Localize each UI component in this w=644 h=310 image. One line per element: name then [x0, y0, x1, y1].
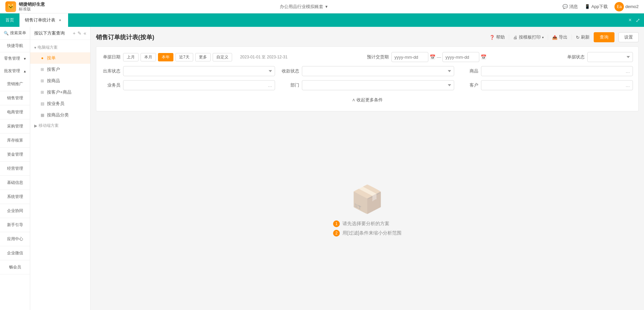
avatar: Ea: [614, 2, 624, 11]
sidebar-member[interactable]: 畅会员: [0, 260, 30, 274]
expected-date-group: 预计交货期 📅 — 📅: [367, 52, 486, 62]
goods-group: 商品 …: [460, 66, 633, 76]
calendar-end-icon[interactable]: 📅: [481, 54, 486, 60]
right-content: 销售订单统计表(按单) ❓ 帮助 🖨 按模板打印 ▾ 📤: [91, 27, 644, 310]
sidebar-corp-label: 企业协同: [7, 208, 23, 214]
search-icon: 🔍: [4, 31, 9, 36]
page-title: 销售订单统计表(按单): [96, 33, 154, 41]
phone-icon: 📱: [585, 4, 590, 9]
mobile-group-label[interactable]: ▶ 移动端方案: [30, 121, 90, 131]
scheme-label-by-salesman: 按业务员: [47, 101, 64, 107]
edit-scheme-btn[interactable]: ✎: [77, 31, 82, 36]
topbar: 🐱 销捷销好生意 标准版 办公用品行业模拟账套 ▾ 💬 消息 📱 App下载 E…: [0, 0, 644, 13]
filter-row-1: 单据日期 上月 本月 本年 近7天 更多 自定义 2023-01-01 至 20…: [102, 52, 633, 62]
tab-home[interactable]: 首页: [0, 13, 19, 27]
print-label: 按模板打印: [519, 34, 541, 40]
tab-maximize-icon[interactable]: ⤢: [634, 16, 641, 25]
help-btn[interactable]: ❓ 帮助: [489, 34, 505, 40]
scheme-item-by-customer[interactable]: ⊞ 按客户: [30, 64, 90, 75]
tab-sales-order-stat[interactable]: 销售订单统计表 ×: [19, 13, 68, 27]
pay-status-label: 收款状态: [280, 68, 299, 74]
calendar-start-icon[interactable]: 📅: [430, 54, 435, 60]
sidebar-newbie[interactable]: 新手引导: [0, 218, 30, 232]
customer-input[interactable]: [484, 83, 626, 88]
sidebar-search[interactable]: 🔍 搜索菜单: [0, 27, 30, 40]
pay-status-select[interactable]: [302, 66, 454, 76]
export-btn[interactable]: 📤 导出: [552, 34, 568, 40]
scheme-item-by-customer-goods[interactable]: ⊞ 按客户+商品: [30, 87, 90, 98]
mobile-group-name: 移动端方案: [39, 123, 59, 128]
collapse-up-icon: ∧: [352, 97, 357, 102]
ship-status-select[interactable]: [123, 66, 275, 76]
sidebar-system[interactable]: 系统管理: [0, 190, 30, 204]
nav-selector[interactable]: 办公用品行业模拟账套 ▾: [280, 4, 328, 10]
salesman-more-icon[interactable]: …: [268, 83, 272, 88]
topbar-left: 🐱 销捷销好生意 标准版: [5, 1, 45, 12]
sidebar-inventory-label: 库存核算: [7, 138, 23, 143]
collapse-label: 收起更多条件: [357, 97, 383, 102]
date-tag-custom[interactable]: 自定义: [213, 53, 232, 61]
message-btn[interactable]: 💬 消息: [562, 4, 578, 10]
sidebar-newbie-label: 新手引导: [7, 222, 23, 228]
sidebar-retail[interactable]: 零售管理 ▾: [0, 52, 30, 65]
salesman-control: …: [123, 80, 275, 90]
scheme-list: ▾ 电脑端方案 ● 按单 ⊞ 按客户 ⊞ 按商品 ⊞ 按客户+商品: [30, 40, 90, 133]
collapse-panel-btn[interactable]: «: [84, 31, 86, 36]
sidebar-appstore[interactable]: 应用中心: [0, 232, 30, 246]
sidebar-wechat[interactable]: 企业微信: [0, 246, 30, 260]
add-scheme-btn[interactable]: +: [73, 31, 75, 36]
query-btn[interactable]: 查询: [594, 32, 614, 42]
sidebar-retail-header[interactable]: 零售管理 ▾: [0, 52, 30, 65]
expected-date-end[interactable]: [442, 52, 479, 62]
sidebar-wholesale[interactable]: 批发管理 ▴: [0, 65, 30, 77]
sidebar-sales[interactable]: 销售管理: [0, 91, 30, 105]
sidebar-purchase[interactable]: 采购管理: [0, 119, 30, 134]
sidebar-finance[interactable]: 资金管理: [0, 148, 30, 162]
sidebar-basic[interactable]: 基础信息: [0, 176, 30, 190]
sidebar-wholesale-header[interactable]: 批发管理 ▴: [0, 65, 30, 77]
pc-group-label[interactable]: ▾ 电脑端方案: [30, 43, 90, 52]
goods-input[interactable]: [484, 69, 626, 74]
scheme-item-by-salesman[interactable]: ▤ 按业务员: [30, 98, 90, 109]
sidebar-marketing[interactable]: 营销推广: [0, 77, 30, 91]
sidebar-quick-nav[interactable]: 快捷导航: [0, 40, 30, 52]
date-tag-7days[interactable]: 近7天: [175, 53, 193, 61]
app-download-btn[interactable]: 📱 App下载: [585, 4, 608, 10]
print-btn[interactable]: 🖨 按模板打印 ▾: [513, 34, 544, 40]
date-tag-this-month[interactable]: 本月: [141, 53, 156, 61]
date-tag-this-year[interactable]: 本年: [158, 53, 173, 61]
scheme-item-by-goods[interactable]: ⊞ 按商品: [30, 75, 90, 87]
sidebar-finance-label: 资金管理: [7, 152, 23, 157]
brand-sub: 标准版: [19, 7, 45, 11]
salesman-input[interactable]: [126, 83, 268, 88]
settings-btn[interactable]: 设置: [619, 32, 639, 42]
scheme-item-by-category[interactable]: ▦ 按商品分类: [30, 109, 90, 121]
sidebar-system-label: 系统管理: [7, 194, 23, 200]
sidebar-inventory[interactable]: 库存核算: [0, 134, 30, 148]
goods-more-icon[interactable]: …: [626, 69, 630, 74]
refresh-btn[interactable]: ↻ 刷新: [576, 34, 590, 40]
collapse-bar[interactable]: ∧ 收起更多条件: [102, 94, 633, 106]
user-info[interactable]: Ea demo2: [614, 2, 639, 11]
bill-status-group: 单据状态: [566, 52, 633, 62]
sidebar-ecom[interactable]: 电商管理: [0, 105, 30, 119]
date-tag-last-month[interactable]: 上月: [123, 53, 139, 61]
dept-label: 部门: [280, 82, 299, 88]
expected-date-start[interactable]: [391, 52, 428, 62]
date-tag-more[interactable]: 更多: [195, 53, 211, 61]
date-range-text: 2023-01-01 至 2023-12-31: [240, 54, 287, 60]
tip-num-2: 2: [333, 230, 340, 237]
sidebar-corp[interactable]: 企业协同: [0, 204, 30, 218]
tip-num-1: 1: [333, 220, 340, 227]
bill-status-select[interactable]: [587, 52, 633, 62]
tab-close-icon[interactable]: ×: [57, 17, 63, 23]
scheme-grid-icon-1: ⊞: [40, 67, 45, 72]
customer-more-icon[interactable]: …: [626, 83, 630, 88]
logo-icon: 🐱: [5, 1, 16, 12]
scheme-item-by-order[interactable]: ● 按单: [30, 52, 90, 64]
sidebar-operations[interactable]: 经营管理: [0, 162, 30, 176]
tab-close-window-icon[interactable]: ×: [627, 16, 633, 24]
dept-select[interactable]: [302, 80, 454, 90]
date-separator: —: [437, 55, 441, 60]
salesman-group: 业务员 …: [102, 80, 275, 90]
